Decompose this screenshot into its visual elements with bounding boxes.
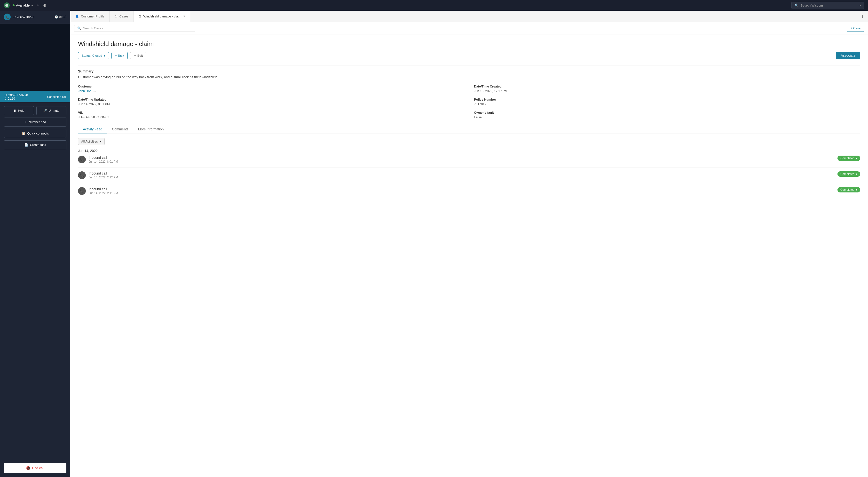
sidebar: 📞 +12065778298 🕐 01:10 +1 206-577-8298 ⏱… [0, 11, 70, 477]
search-wisdom-placeholder: Search Wisdom [801, 4, 858, 7]
status-button[interactable]: Status: Closed ▾ [78, 52, 109, 59]
activity-item: 📞 Inbound call Jun 14, 2022, 2:11 PM Com… [78, 187, 860, 199]
case-icon: 🗒 [138, 14, 142, 18]
tab-activity-feed[interactable]: Activity Feed [78, 125, 107, 134]
unmute-button[interactable]: 🎤 Unmute [36, 106, 66, 115]
status-chevron-icon: ▾ [104, 54, 105, 57]
end-call-icon: 📵 [26, 466, 30, 470]
customer-link[interactable]: John Doe [78, 89, 92, 93]
policy-number-label: Policy Number [474, 98, 860, 101]
video-area [0, 24, 70, 91]
owners-fault-value: False [474, 115, 860, 119]
share-icon[interactable]: ⬆ [861, 14, 864, 19]
gear-icon[interactable]: ⚙ [43, 3, 46, 8]
quick-connects-button[interactable]: 📋 Quick connects [4, 129, 66, 138]
hold-icon: ⏸ [13, 109, 17, 113]
customer-label: Customer [78, 85, 464, 88]
activity-date: Jun 14, 2022 [78, 149, 860, 153]
activity-title: Inbound call [89, 187, 835, 191]
main-layout: 📞 +12065778298 🕐 01:10 +1 206-577-8298 ⏱… [0, 11, 868, 477]
date-updated-field: Date/Time Updated Jun 14, 2022, 8:01 PM [78, 98, 464, 106]
content-area: 👤 Customer Profile 🗂 Cases 🗒 Windshield … [70, 11, 868, 477]
sidebar-call-info: 📞 +12065778298 🕐 01:10 [0, 11, 70, 24]
phone-avatar-icon: 📞 [80, 173, 84, 177]
search-icon: 🔍 [795, 3, 799, 7]
policy-number-field: Policy Number 7017817 [474, 98, 860, 106]
tab-comments[interactable]: Comments [107, 125, 133, 134]
clock-icon: 🕐 [55, 15, 58, 19]
cases-icon: 🗂 [114, 14, 118, 18]
end-call-button[interactable]: 📵 End call [4, 463, 66, 473]
owners-fault-field: Owner's fault False [474, 111, 860, 119]
activity-time: Jun 14, 2022, 2:12 PM [89, 176, 835, 179]
filter-chevron-icon: ▾ [100, 140, 101, 143]
activity-title: Inbound call [89, 156, 835, 159]
person-icon: 👤 [75, 14, 79, 18]
tab-more-info[interactable]: More Information [133, 125, 169, 134]
customer-more-icon[interactable]: ··· [93, 89, 96, 93]
avatar: 📞 [78, 156, 86, 163]
hold-button[interactable]: ⏸ Hold [4, 106, 34, 115]
call-status-number: +1 206-577-8298 [4, 93, 28, 97]
task-icon: 📄 [24, 143, 28, 147]
search-wisdom-chevron-icon: ▾ [860, 4, 861, 7]
completed-badge[interactable]: Completed ▾ [837, 171, 860, 177]
search-cases-icon: 🔍 [77, 26, 81, 30]
date-created-field: Date/Time Created Jun 13, 2022, 12:17 PM [474, 85, 860, 93]
summary-section: Summary Customer was driving on i90 on t… [78, 69, 860, 80]
case-content: Windshield damage - claim Status: Closed… [70, 34, 868, 477]
badge-chevron-icon: ▾ [856, 188, 857, 191]
vin-value: JH4KA4650JC000403 [78, 115, 464, 119]
activity-list: 📞 Inbound call Jun 14, 2022, 8:01 PM Com… [78, 156, 860, 199]
vin-field: VIN JH4KA4650JC000403 [78, 111, 464, 119]
date-updated-label: Date/Time Updated [78, 98, 464, 101]
tab-windshield[interactable]: 🗒 Windshield damage - cla... × [133, 11, 190, 22]
add-icon[interactable]: + [37, 3, 39, 7]
search-cases-placeholder: Search Cases [83, 26, 103, 30]
activity-item: 📞 Inbound call Jun 14, 2022, 2:12 PM Com… [78, 171, 860, 183]
summary-text: Customer was driving on i90 on the way b… [78, 74, 860, 80]
create-task-button[interactable]: 📄 Create task [4, 140, 66, 149]
associate-button[interactable]: Associate [836, 52, 860, 59]
badge-chevron-icon: ▾ [856, 172, 857, 176]
top-nav: Available ▾ + ⚙ 🔍 Search Wisdom ▾ [0, 0, 868, 11]
phone-avatar-icon: 📞 [80, 189, 84, 193]
phone-avatar-icon: 📞 [80, 157, 84, 161]
customer-field: Customer John Doe ··· [78, 85, 464, 93]
details-grid: Customer John Doe ··· Date/Time Created … [78, 85, 860, 119]
call-number: +12065778298 [13, 15, 34, 19]
call-status-bar: +1 206-577-8298 ⏱ 01:10 Connected call [0, 91, 70, 102]
case-actions: Status: Closed ▾ + Task ✏ Edit Associate [78, 52, 860, 59]
svg-point-0 [5, 4, 8, 7]
search-wisdom-input[interactable]: 🔍 Search Wisdom ▾ [792, 2, 864, 9]
activity-time: Jun 14, 2022, 2:11 PM [89, 191, 835, 195]
case-title: Windshield damage - claim [78, 40, 860, 48]
activity-time: Jun 14, 2022, 8:01 PM [89, 160, 835, 163]
tab-cases[interactable]: 🗂 Cases [110, 11, 133, 22]
search-cases-input[interactable]: 🔍 Search Cases [74, 25, 195, 32]
add-case-button[interactable]: + Case [847, 25, 864, 32]
status-chevron-icon[interactable]: ▾ [31, 3, 33, 7]
tab-customer-profile[interactable]: 👤 Customer Profile [70, 11, 110, 22]
task-button[interactable]: + Task [112, 52, 128, 59]
call-timer: 🕐 01:10 [55, 15, 66, 19]
avatar: 📞 [78, 187, 86, 195]
avatar: 📞 [78, 171, 86, 179]
phone-icon: 📞 [4, 13, 11, 20]
call-connected-label: Connected call [47, 95, 66, 99]
tab-close-icon[interactable]: × [183, 14, 185, 18]
status-indicator[interactable]: Available ▾ [12, 3, 33, 7]
summary-label: Summary [78, 69, 860, 73]
numpad-icon: ⠿ [24, 120, 27, 124]
completed-badge[interactable]: Completed ▾ [837, 156, 860, 161]
date-created-value: Jun 13, 2022, 12:17 PM [474, 89, 860, 93]
edit-button[interactable]: ✏ Edit [130, 52, 146, 59]
filter-dropdown[interactable]: All Activities ▾ [78, 138, 105, 145]
call-status-timer: ⏱ 01:10 [4, 97, 28, 100]
mic-icon: 🎤 [43, 109, 47, 113]
sidebar-controls: ⏸ Hold 🎤 Unmute ⠿ Number pad 📋 Quick con… [0, 102, 70, 153]
number-pad-button[interactable]: ⠿ Number pad [4, 118, 66, 126]
quick-connects-icon: 📋 [22, 131, 26, 135]
completed-badge[interactable]: Completed ▾ [837, 187, 860, 192]
activity-item: 📞 Inbound call Jun 14, 2022, 8:01 PM Com… [78, 156, 860, 168]
